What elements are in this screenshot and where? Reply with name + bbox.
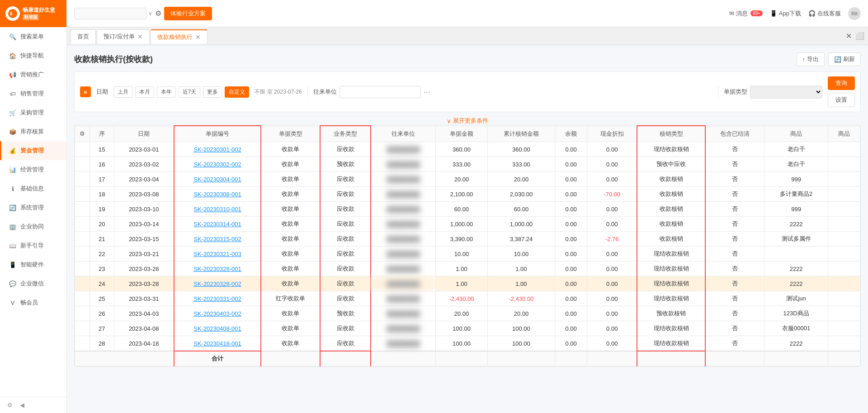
td-voucher-no[interactable]: SK-20230304-001 bbox=[174, 172, 261, 187]
app-download-item[interactable]: 📱 App下载 bbox=[770, 9, 801, 18]
td-voucher-no[interactable]: SK-20230328-002 bbox=[174, 276, 261, 291]
table-row[interactable]: 172023-03-04SK-20230304-001收款单应收款███████… bbox=[75, 172, 860, 187]
tab-close-all-btn[interactable]: ✕ bbox=[846, 32, 852, 40]
date-this-year-btn[interactable]: 本年 bbox=[157, 86, 176, 98]
td-voucher-no[interactable]: SK-20230321-003 bbox=[174, 247, 261, 261]
tab-prepay[interactable]: 预订/应付单 ✕ bbox=[97, 29, 150, 44]
partner-more-icon[interactable]: ··· bbox=[424, 87, 430, 97]
sidebar-item-search[interactable]: 🔍 搜索菜单 bbox=[0, 27, 66, 46]
filter-settings-btn[interactable]: 设置 bbox=[828, 93, 855, 107]
sidebar-item-member[interactable]: V 畅会员 bbox=[0, 293, 66, 312]
settings-icon[interactable]: ⚙ bbox=[7, 402, 13, 408]
sidebar-item-hardware[interactable]: 📱 智能硬件 bbox=[0, 255, 66, 274]
td-voucher-no[interactable]: SK-20230310-001 bbox=[174, 202, 261, 217]
td-voucher-no[interactable]: SK-20230328-001 bbox=[174, 261, 261, 276]
table-row[interactable]: 222023-03-21SK-20230321-003收款单应收款███████… bbox=[75, 247, 860, 261]
voucher-link[interactable]: SK-20230328-001 bbox=[193, 266, 241, 272]
voucher-link[interactable]: SK-20230418-001 bbox=[193, 340, 241, 347]
industry-btn[interactable]: 体验行业方案 bbox=[164, 7, 212, 20]
voucher-link[interactable]: SK-20230328-002 bbox=[193, 280, 241, 287]
table-row[interactable]: 282023-04-18SK-20230418-001收款单应收款███████… bbox=[75, 336, 860, 351]
tab-prepay-close[interactable]: ✕ bbox=[137, 33, 143, 40]
notification-item[interactable]: ✉ 消息 99+ bbox=[729, 9, 763, 18]
sidebar-item-inventory[interactable]: 📦 库存核算 bbox=[0, 122, 66, 141]
voucher-link[interactable]: SK-20230301-002 bbox=[193, 146, 241, 153]
sidebar-item-guide[interactable]: 📖 新手引导 bbox=[0, 236, 66, 255]
table-row[interactable]: 232023-03-28SK-20230328-001收款单应收款███████… bbox=[75, 261, 860, 276]
voucher-type-select[interactable] bbox=[750, 85, 822, 99]
td-product: 123D商品 bbox=[764, 306, 828, 321]
collapse-icon[interactable]: ◀ bbox=[20, 402, 24, 408]
topbar-chevron-icon[interactable]: ∨ bbox=[148, 10, 152, 17]
td-voucher-no[interactable]: SK-20230418-001 bbox=[174, 336, 261, 351]
avatar[interactable]: Rit bbox=[848, 7, 861, 20]
sidebar-label-sales: 销售管理 bbox=[20, 90, 44, 98]
sidebar-item-system[interactable]: 🔄 系统管理 bbox=[0, 198, 66, 217]
td-voucher-no[interactable]: SK-20230331-002 bbox=[174, 291, 261, 306]
filter-toggle-btn[interactable]: » bbox=[80, 86, 91, 97]
table-row[interactable]: 262023-04-03SK-20230403-002收款单预收款███████… bbox=[75, 306, 860, 321]
refresh-btn[interactable]: 🔄 刷新 bbox=[828, 52, 861, 66]
voucher-link[interactable]: SK-20230331-002 bbox=[193, 295, 241, 302]
voucher-link[interactable]: SK-20230403-002 bbox=[193, 310, 241, 317]
sidebar-item-purchase[interactable]: 🛒 采购管理 bbox=[0, 103, 66, 122]
sidebar-item-sales[interactable]: 🏷 销售管理 bbox=[0, 84, 66, 103]
td-voucher-no[interactable]: SK-20230315-002 bbox=[174, 232, 261, 247]
td-voucher-no[interactable]: SK-20230403-002 bbox=[174, 306, 261, 321]
sidebar-item-marketing[interactable]: 📢 营销推广 bbox=[0, 65, 66, 84]
sidebar-item-enterprise[interactable]: 🏢 企业协同 bbox=[0, 217, 66, 236]
td-voucher-no[interactable]: SK-20230301-002 bbox=[174, 142, 261, 157]
footer-settled bbox=[705, 351, 764, 366]
date-7days-btn[interactable]: 近7天 bbox=[179, 86, 201, 98]
tag-icon: 🏷 bbox=[9, 90, 17, 98]
td-voucher-no[interactable]: SK-20230314-001 bbox=[174, 217, 261, 232]
td-writeoff-type: 现结收款核销 bbox=[637, 276, 705, 291]
app-badge: 标准版 bbox=[23, 14, 39, 20]
table-row[interactable]: 242023-03-28SK-20230328-002收款单应收款███████… bbox=[75, 276, 860, 291]
date-more-btn[interactable]: 更多 bbox=[203, 86, 222, 98]
table-row[interactable]: 152023-03-01SK-20230301-002收款单应收款███████… bbox=[75, 142, 860, 157]
export-btn[interactable]: ↑ 导出 bbox=[797, 52, 825, 66]
table-row[interactable]: 202023-03-14SK-20230314-001收款单应收款███████… bbox=[75, 217, 860, 232]
voucher-link[interactable]: SK-20230302-002 bbox=[193, 161, 241, 168]
date-last-month-btn[interactable]: 上月 bbox=[113, 86, 132, 98]
svg-text:6: 6 bbox=[10, 11, 13, 16]
query-btn[interactable]: 查询 bbox=[828, 76, 855, 90]
tab-home[interactable]: 首页 bbox=[71, 29, 96, 44]
tab-maximize-btn[interactable]: ⬜ bbox=[855, 32, 864, 40]
table-row[interactable]: 162023-03-02SK-20230302-002收款单预收款███████… bbox=[75, 157, 860, 172]
th-settings[interactable]: ⚙ bbox=[75, 126, 90, 142]
expand-conditions-btn[interactable]: ∨ 展开更多条件 bbox=[447, 117, 488, 125]
voucher-link[interactable]: SK-20230304-001 bbox=[193, 176, 241, 183]
sidebar-item-operations[interactable]: 📊 经营管理 bbox=[0, 160, 66, 179]
voucher-link[interactable]: SK-20230308-001 bbox=[193, 191, 241, 198]
date-this-month-btn[interactable]: 本月 bbox=[135, 86, 154, 98]
td-amount: -2,430.00 bbox=[436, 291, 488, 306]
voucher-link[interactable]: SK-20230310-001 bbox=[193, 206, 241, 213]
topbar-search-input[interactable] bbox=[74, 8, 146, 19]
tab-collection-close[interactable]: ✕ bbox=[195, 33, 201, 41]
sidebar-item-wecom[interactable]: 💬 企业微信 bbox=[0, 274, 66, 293]
support-item[interactable]: 🎧 在线客服 bbox=[808, 9, 841, 18]
table-row[interactable]: 252023-03-31SK-20230331-002红字收款单应收款█████… bbox=[75, 291, 860, 306]
sidebar-item-finance[interactable]: 💰 资金管理 bbox=[0, 141, 66, 160]
topbar-gear-icon[interactable]: ⚙ bbox=[155, 9, 161, 18]
td-voucher-no[interactable]: SK-20230308-001 bbox=[174, 187, 261, 202]
table-row[interactable]: 272023-04-08SK-20230408-001收款单应收款███████… bbox=[75, 321, 860, 336]
tab-collection[interactable]: 收款核销执行 ✕ bbox=[151, 29, 208, 44]
sidebar-item-quicknav[interactable]: 🏠 快捷导航 bbox=[0, 46, 66, 65]
td-voucher-no[interactable]: SK-20230302-002 bbox=[174, 157, 261, 172]
td-voucher-no[interactable]: SK-20230408-001 bbox=[174, 321, 261, 336]
table-row[interactable]: 212023-03-15SK-20230315-002收款单应收款███████… bbox=[75, 232, 860, 247]
sidebar-item-basic[interactable]: ℹ 基础信息 bbox=[0, 179, 66, 198]
voucher-link[interactable]: SK-20230321-003 bbox=[193, 251, 241, 257]
voucher-link[interactable]: SK-20230314-001 bbox=[193, 221, 241, 228]
partner-input[interactable] bbox=[340, 86, 421, 98]
date-custom-btn[interactable]: 自定义 bbox=[225, 86, 249, 98]
sync-icon: 🔄 bbox=[9, 204, 17, 212]
voucher-link[interactable]: SK-20230408-001 bbox=[193, 325, 241, 332]
table-row[interactable]: 192023-03-10SK-20230310-001收款单应收款███████… bbox=[75, 202, 860, 217]
th-partner: 往来单位 bbox=[371, 126, 436, 142]
table-row[interactable]: 182023-03-08SK-20230308-001收款单应收款███████… bbox=[75, 187, 860, 202]
voucher-link[interactable]: SK-20230315-002 bbox=[193, 236, 241, 242]
